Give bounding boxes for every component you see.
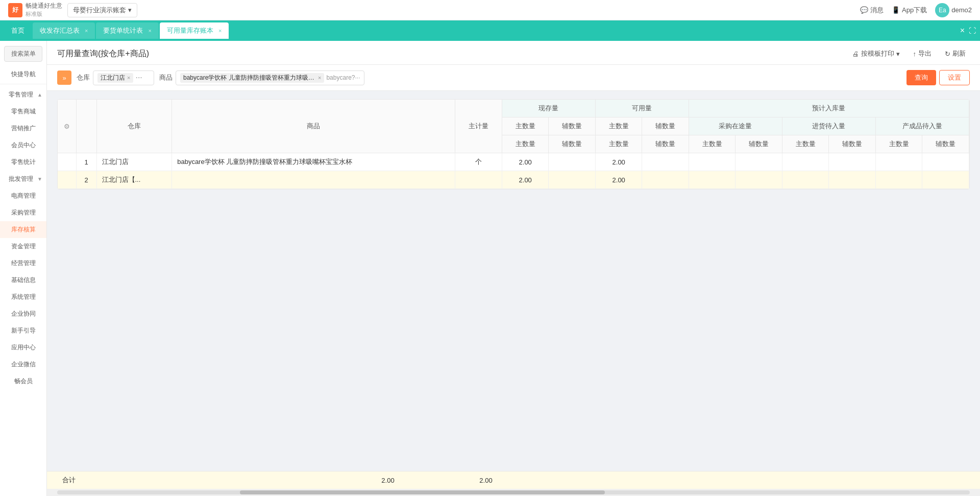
sidebar-item-member[interactable]: 会员中心 [0, 137, 46, 154]
sidebar-item-ops[interactable]: 经营管理 [0, 255, 46, 272]
warehouse-label: 仓库 [77, 73, 90, 82]
row1-avail-main: 2.00 [595, 153, 642, 171]
row2-goods [172, 171, 455, 189]
refresh-btn[interactable]: ↻ 刷新 [941, 47, 970, 60]
th-incoming-aux: 辅数量 [829, 135, 876, 153]
tab-yaohuo-close[interactable]: × [148, 28, 151, 34]
sidebar-item-wechat-label: 企业微信 [4, 360, 42, 369]
sidebar-item-purchase[interactable]: 采购管理 [0, 204, 46, 221]
goods-label: 商品 [159, 73, 173, 82]
th-stock-main2: 主数量 [502, 135, 549, 153]
export-btn[interactable]: ↑ 导出 [909, 47, 936, 60]
th-incoming-main: 主数量 [782, 135, 829, 153]
row2-incoming-main [782, 171, 829, 189]
sidebar-item-zero-retail-label: 零售管理 [4, 90, 37, 99]
sidebar-item-batch[interactable]: 批发管理 ▼ [0, 171, 46, 187]
row1-purchase-main [689, 153, 736, 171]
tab-yaohuo[interactable]: 要货单统计表 × [96, 22, 158, 39]
sidebar-item-stats[interactable]: 零售统计 [0, 154, 46, 171]
sidebar-item-wechat[interactable]: 企业微信 [0, 356, 46, 373]
page-title: 可用量查询(按仓库+商品) [57, 49, 149, 59]
warehouse-tag-close[interactable]: × [127, 75, 130, 81]
sidebar-item-basic[interactable]: 基础信息 [0, 272, 46, 289]
tab-shoufa-close[interactable]: × [85, 28, 88, 34]
industry-label: 母婴行业演示账套 [73, 6, 126, 15]
close-all-btn[interactable]: × [960, 26, 965, 35]
th-no [76, 100, 96, 153]
sidebar-item-finance-label: 资金管理 [4, 242, 42, 251]
toggle-icon: » [62, 74, 66, 82]
sidebar-item-member-label: 会员中心 [4, 141, 42, 150]
sidebar-item-vip[interactable]: 畅会员 [0, 373, 46, 390]
refresh-icon: ↻ [945, 50, 950, 58]
th-stock-group: 现存量 [502, 100, 595, 117]
top-bar-left: 好 畅捷通好生意 标准版 母婴行业演示账套 ▾ [8, 2, 137, 18]
row1-goods: babycare学饮杯 儿童防摔防撞吸管杯重力球吸嘴杯宝宝水杯 [172, 153, 455, 171]
tab-keyongliang-label: 可用量库存账本 [167, 26, 213, 35]
filter-toggle-btn[interactable]: » [57, 70, 71, 85]
scrollbar-thumb[interactable] [240, 490, 605, 494]
sidebar-item-zero-retail[interactable]: 零售管理 ▲ [0, 86, 46, 103]
th-main-unit: 主计量 [455, 100, 502, 153]
row1-settings [58, 153, 76, 171]
logo-text: 畅捷通好生意 [26, 2, 62, 10]
th-avail-main2: 主数量 [595, 135, 642, 153]
goods-extra: babycare?··· [326, 74, 360, 81]
app-icon: 📱 [892, 6, 900, 14]
table-area: ⚙ 仓库 商品 主计量 现存量 可用量 预计入库量 主数量 辅数 [47, 91, 980, 471]
row1-warehouse: 江北门店 [96, 153, 172, 171]
sidebar-item-ecom[interactable]: 电商管理 [0, 187, 46, 204]
footer-label: 合计 [57, 476, 363, 485]
sidebar-item-sys-label: 系统管理 [4, 293, 42, 301]
footer-values: 2.00 2.00 [363, 477, 510, 484]
warehouse-input[interactable]: 江北门店 × ··· [93, 70, 154, 85]
sidebar-item-stats-label: 零售统计 [4, 158, 42, 167]
warehouse-more-icon[interactable]: ··· [135, 73, 142, 82]
export-label: 导出 [918, 49, 932, 58]
search-menu-btn[interactable]: 搜索菜单 [4, 46, 42, 62]
table-container: ⚙ 仓库 商品 主计量 现存量 可用量 预计入库量 主数量 辅数 [57, 99, 970, 190]
row2-unit [455, 171, 502, 189]
tab-shoufa[interactable]: 收发存汇总表 × [33, 22, 95, 39]
th-purchase-group: 采购在途量 [689, 117, 782, 135]
row2-purchase-aux [736, 171, 782, 189]
goods-tag-close[interactable]: × [318, 75, 321, 81]
tab-keyongliang-close[interactable]: × [218, 28, 222, 34]
tab-home[interactable]: 首页 [4, 22, 32, 39]
goods-tag-value: babycare学饮杯 儿童防摔防撞吸管杯重力球吸嘴杯宝宝水杯 [183, 74, 316, 82]
sidebar-item-collab[interactable]: 企业协同 [0, 305, 46, 322]
filter-actions: 查询 设置 [906, 70, 970, 85]
scrollbar-container [47, 489, 980, 496]
goods-input[interactable]: babycare学饮杯 儿童防摔防撞吸管杯重力球吸嘴杯宝宝水杯 × babyca… [176, 70, 364, 85]
sidebar-item-apps[interactable]: 应用中心 [0, 339, 46, 356]
user-btn[interactable]: Ea demo2 [935, 3, 972, 17]
row2-purchase-main [689, 171, 736, 189]
query-button[interactable]: 查询 [906, 70, 936, 85]
print-label: 按模板打印 [861, 49, 894, 58]
fullscreen-btn[interactable]: ⛶ [969, 27, 976, 35]
industry-selector[interactable]: 母婴行业演示账套 ▾ [67, 3, 137, 17]
data-table: ⚙ 仓库 商品 主计量 现存量 可用量 预计入库量 主数量 辅数 [58, 100, 969, 189]
sidebar-item-zero-mall[interactable]: 零售商城 [0, 103, 46, 120]
message-icon: 💬 [860, 6, 868, 14]
sidebar-item-finance[interactable]: 资金管理 [0, 238, 46, 255]
row1-unit: 个 [455, 153, 502, 171]
message-btn[interactable]: 💬 消息 [860, 6, 884, 15]
tab-keyongliang[interactable]: 可用量库存账本 × [160, 22, 229, 39]
sidebar-item-newbie[interactable]: 新手引导 [0, 322, 46, 339]
sidebar-item-sys[interactable]: 系统管理 [0, 289, 46, 305]
sidebar-item-vip-label: 畅会员 [4, 377, 42, 386]
th-product-group: 产成品待入量 [875, 117, 969, 135]
setting-button[interactable]: 设置 [939, 70, 970, 85]
th-avail-main: 主数量 [595, 117, 642, 135]
top-bar-right: 💬 消息 📱 App下载 Ea demo2 [860, 3, 972, 17]
sidebar-arrow-zero-retail: ▲ [37, 92, 42, 98]
avatar-text: Ea [939, 7, 946, 14]
print-btn[interactable]: 🖨 按模板打印 ▾ [848, 47, 904, 60]
print-arrow: ▾ [896, 50, 900, 58]
table-settings-icon[interactable]: ⚙ [64, 123, 70, 130]
sidebar-item-mkt[interactable]: 营销推广 [0, 120, 46, 137]
sidebar-item-inventory[interactable]: 库存核算 [0, 221, 46, 238]
app-download-btn[interactable]: 📱 App下载 [892, 6, 927, 15]
sidebar-quicknav-btn[interactable]: 快捷导航 [0, 67, 46, 82]
